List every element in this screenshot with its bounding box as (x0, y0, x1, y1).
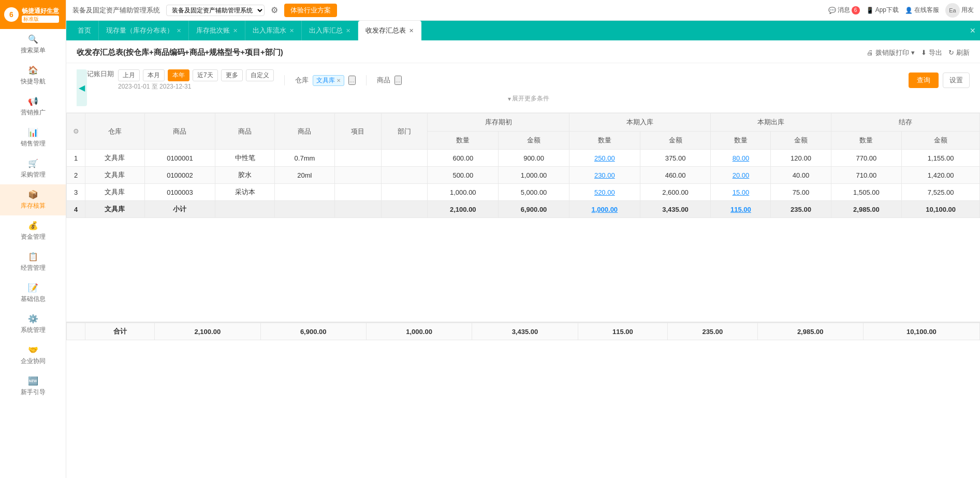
inventory-icon: 📦 (28, 190, 38, 199)
row2-dept (381, 167, 428, 184)
sidebar-item-corp[interactable]: 🤝 企业协同 (0, 340, 66, 371)
refresh-button[interactable]: ↻ 刷新 (948, 48, 970, 57)
print-button[interactable]: 🖨 拨销版打印 ▾ (867, 48, 915, 57)
th-out-amt: 金额 (771, 132, 831, 150)
tab-recv-send[interactable]: 收发存汇总表 ✕ (358, 21, 421, 40)
subtotal-out-qty[interactable]: 115.00 (711, 201, 771, 218)
sidebar-label-marketing: 营销推广 (21, 108, 46, 117)
tab-inout-flow[interactable]: 出入库流水 ✕ (245, 21, 302, 40)
th-closing-amt: 金额 (902, 132, 980, 150)
system-name: 装备及固定资产辅助管理系统 (72, 6, 160, 15)
date-last-month[interactable]: 上月 (118, 69, 140, 81)
collapse-button[interactable]: ◀ (77, 69, 87, 106)
subtotal-warehouse: 文具库 (85, 201, 145, 218)
footer-total: 合计 2,100.00 6,900.00 1,000.00 3,435.00 1… (66, 322, 980, 340)
row3-out-qty[interactable]: 15.00 (711, 184, 771, 201)
tab-stock-dist[interactable]: 现存量（库存分布表） ✕ (99, 21, 189, 40)
tab-inout-summary[interactable]: 出入库汇总 ✕ (302, 21, 358, 40)
filter-area: ◀ 记账日期 上月 本月 本年 近7天 (66, 63, 980, 113)
row3-closing-amt: 7,525.00 (902, 184, 980, 201)
row1-in-amt: 375.00 (640, 150, 711, 167)
tab-inout-summary-close[interactable]: ✕ (346, 27, 350, 34)
subtotal-row: 4 文具库 小计 2,100.00 6,900.00 1,000.00 3,43… (67, 201, 980, 218)
close-all-tabs[interactable]: ✕ (970, 26, 976, 35)
date-this-year[interactable]: 本年 (168, 69, 189, 81)
sidebar-item-base-info[interactable]: 📝 基础信息 (0, 278, 66, 309)
row1-opening-qty: 600.00 (428, 150, 499, 167)
total-in-qty: 1,000.00 (366, 323, 472, 340)
row2-in-amt: 460.00 (640, 167, 711, 184)
row3-goods-code: 0100003 (144, 184, 215, 201)
base-info-icon: 📝 (28, 283, 38, 293)
sidebar-item-system[interactable]: ⚙️ 系统管理 (0, 309, 66, 340)
sidebar-item-guide[interactable]: 🆕 新手引导 (0, 371, 66, 402)
warehouse-tag-remove[interactable]: ✕ (337, 78, 341, 83)
tab-recv-send-close[interactable]: ✕ (409, 27, 414, 34)
experience-button[interactable]: 体验行业方案 (284, 4, 337, 17)
corp-icon: 🤝 (28, 345, 38, 355)
sidebar-item-sales[interactable]: 📊 销售管理 (0, 122, 66, 153)
row3-closing-qty: 1,505.00 (831, 184, 902, 201)
goods-filter-group: 商品 ... (377, 76, 402, 85)
row1-goods-name: 中性笔 (215, 150, 275, 167)
th-in-amt: 金额 (640, 132, 711, 150)
user-action[interactable]: Ea 用友 (945, 3, 974, 18)
row3-goods-name: 采访本 (215, 184, 275, 201)
th-warehouse: 仓库 (85, 113, 145, 150)
th-goods-code: 商品 (144, 113, 215, 150)
online-service-label: 在线客服 (914, 6, 939, 15)
sidebar-item-business[interactable]: 📋 经营管理 (0, 247, 66, 278)
expand-filter-btn[interactable]: ▾ 展开更多条件 (508, 94, 549, 103)
total-out-qty: 115.00 (578, 323, 667, 340)
sidebar-item-quick-nav[interactable]: 🏠 快捷导航 (0, 60, 66, 91)
row2-project (334, 167, 381, 184)
sidebar-item-finance[interactable]: 💰 资金管理 (0, 215, 66, 247)
online-service-action[interactable]: 👤 在线客服 (905, 6, 939, 15)
row2-out-qty[interactable]: 20.00 (711, 167, 771, 184)
row3-project (334, 184, 381, 201)
row1-in-qty[interactable]: 250.00 (569, 150, 640, 167)
system-icon: ⚙️ (28, 314, 38, 324)
filter-main: 记账日期 上月 本月 本年 近7天 更多 自定义 20 (87, 69, 970, 106)
system-selector[interactable]: 装备及固定资产辅助管理系统 (166, 5, 265, 16)
row2-goods-spec: 20ml (274, 167, 334, 184)
row2-in-qty[interactable]: 230.00 (569, 167, 640, 184)
filter-section: ◀ 记账日期 上月 本月 本年 近7天 (77, 69, 970, 106)
sidebar-label-purchase: 采购管理 (21, 170, 46, 179)
app-download-action[interactable]: 📱 App下载 (866, 6, 899, 15)
sidebar-item-inventory[interactable]: 📦 库存核算 (0, 184, 66, 215)
warehouse-more-btn[interactable]: ... (348, 76, 356, 85)
total-in-amt: 3,435.00 (472, 323, 578, 340)
date-this-month[interactable]: 本月 (143, 69, 165, 81)
query-button[interactable]: 查询 (909, 73, 939, 88)
table-settings-icon[interactable]: ⚙ (73, 127, 79, 135)
data-table: ⚙ 仓库 商品 商品 商品 项目 部门 库存期初 本期入库 本期出库 结存 (66, 113, 980, 218)
date-7days[interactable]: 近7天 (193, 69, 218, 81)
date-custom[interactable]: 自定义 (246, 69, 274, 81)
subtotal-in-qty[interactable]: 1,000.00 (569, 201, 640, 218)
goods-more-btn[interactable]: ... (394, 76, 402, 85)
tab-batch[interactable]: 库存批次账 ✕ (189, 21, 245, 40)
tab-home[interactable]: 首页 (70, 21, 99, 40)
row3-in-qty[interactable]: 520.00 (569, 184, 640, 201)
sidebar-item-marketing[interactable]: 📢 营销推广 (0, 91, 66, 122)
row1-out-qty[interactable]: 80.00 (711, 150, 771, 167)
tab-stock-dist-close[interactable]: ✕ (177, 27, 181, 34)
tab-batch-close[interactable]: ✕ (233, 27, 238, 34)
date-more[interactable]: 更多 (221, 69, 243, 81)
sidebar-item-purchase[interactable]: 🛒 采购管理 (0, 153, 66, 184)
home-icon: 🏠 (28, 65, 38, 75)
tab-inout-flow-close[interactable]: ✕ (289, 27, 294, 34)
tab-batch-label: 库存批次账 (196, 26, 230, 35)
tab-stock-dist-label: 现存量（库存分布表） (106, 26, 173, 35)
warehouse-filter-group: 仓库 文具库 ✕ ... (295, 75, 356, 86)
message-action[interactable]: 💬 消息 6 (828, 6, 860, 15)
settings-icon-btn[interactable]: ⚙ (271, 5, 278, 15)
export-button[interactable]: ⬇ 导出 (921, 48, 942, 57)
row2-opening-amt: 1,000.00 (499, 167, 569, 184)
setting-button[interactable]: 设置 (943, 73, 970, 88)
goods-filter-label: 商品 (377, 76, 390, 85)
sidebar-label-finance: 资金管理 (21, 233, 46, 241)
content-spacer (66, 218, 980, 322)
sidebar-item-search[interactable]: 🔍 搜索菜单 (0, 29, 66, 60)
